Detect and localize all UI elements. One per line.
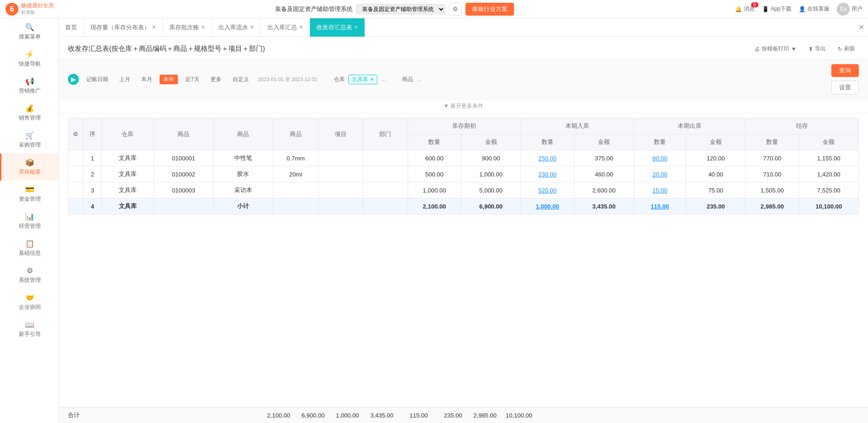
tab-close-inventory-dist[interactable]: ✕ bbox=[152, 24, 156, 30]
date-btn-more[interactable]: 更多 bbox=[207, 75, 225, 84]
settings-button[interactable]: 设置 bbox=[831, 81, 859, 94]
sidebar-label-guide: 新手引导 bbox=[19, 330, 41, 338]
row-out-qty-0[interactable]: 80.00 bbox=[634, 150, 686, 166]
logo-icon: 6 bbox=[6, 3, 18, 16]
sidebar-label-system: 系统管理 bbox=[19, 276, 41, 284]
row-out-amt-1: 40.00 bbox=[686, 166, 746, 182]
warehouse-tag[interactable]: 文具库 ✕ bbox=[348, 75, 377, 84]
refresh-icon: ↻ bbox=[838, 46, 842, 52]
date-btn-last-month[interactable]: 上月 bbox=[116, 75, 134, 84]
tab-batch[interactable]: 库存批次账 ✕ bbox=[163, 18, 212, 37]
row-balance-qty-2: 1,505.00 bbox=[746, 182, 799, 198]
filter-toggle[interactable]: ▶ bbox=[68, 74, 79, 85]
tab-close-batch[interactable]: ✕ bbox=[201, 24, 205, 30]
logo-text: 畅捷通好生意 bbox=[21, 2, 54, 10]
date-btn-this-month[interactable]: 本月 bbox=[138, 75, 156, 84]
inventory-icon: 📦 bbox=[25, 158, 34, 167]
warehouse-tag-close[interactable]: ✕ bbox=[370, 77, 374, 82]
user-avatar[interactable]: Ea 用户 bbox=[837, 3, 862, 16]
col-project-header: 项目 bbox=[318, 118, 363, 150]
col-settings[interactable]: ⚙ bbox=[68, 118, 83, 150]
row-code-2: 0100003 bbox=[154, 182, 213, 198]
col-opening-qty: 数量 bbox=[408, 134, 461, 150]
header-right: 🔔 消息 6 📱 App下载 👤 在线客服 Ea 用户 bbox=[735, 3, 862, 16]
total-balance-qty: 2,985.00 bbox=[467, 412, 501, 419]
warehouse-filter: 仓库 文具库 ✕ ... bbox=[334, 75, 386, 84]
col-dept-header: 部门 bbox=[363, 118, 408, 150]
tab-inventory-dist[interactable]: 现存量（库存分布表） ✕ bbox=[84, 18, 163, 37]
sidebar-item-finance[interactable]: 💳 资金管理 bbox=[0, 181, 58, 208]
tab-close-inout-summary[interactable]: ✕ bbox=[299, 24, 303, 30]
row-num-0: 1 bbox=[83, 150, 102, 166]
page-title: 收发存汇总表(按仓库＋商品编码＋商品＋规格型号＋项目＋部门) bbox=[68, 44, 265, 53]
sidebar-item-guide[interactable]: 📖 新手引导 bbox=[0, 316, 58, 343]
warehouse-more[interactable]: ... bbox=[381, 76, 386, 82]
row-balance-qty-0: 770.00 bbox=[746, 150, 799, 166]
sidebar-item-inventory[interactable]: 📦 库存核算 bbox=[0, 154, 58, 181]
row-in-qty-0[interactable]: 250.00 bbox=[521, 150, 574, 166]
sidebar-item-collab[interactable]: 🤝 企业协同 bbox=[0, 289, 58, 316]
subtotal-in-qty[interactable]: 1,000.00 bbox=[521, 198, 574, 214]
print-button[interactable]: 🖨 按模板打印 ▼ bbox=[751, 43, 800, 55]
subtotal-settings bbox=[68, 198, 83, 214]
date-range-display: 2023-01-01 至 2023-12-31 bbox=[258, 76, 318, 83]
tab-close-recv-send[interactable]: ✕ bbox=[354, 24, 358, 30]
tab-recv-send[interactable]: 收发存汇总表 ✕ bbox=[310, 18, 365, 37]
trial-button[interactable]: 体验行业方案 bbox=[465, 3, 514, 16]
sidebar-item-quick[interactable]: ⚡ 快捷导航 bbox=[0, 45, 58, 72]
sidebar-item-basic[interactable]: 📋 基础信息 bbox=[0, 235, 58, 262]
row-out-qty-2[interactable]: 15.00 bbox=[634, 182, 686, 198]
system-select[interactable]: 装备及固定资产辅助管理系统 bbox=[356, 4, 445, 14]
sidebar-item-system[interactable]: ⚙ 系统管理 bbox=[0, 262, 58, 289]
row-in-qty-1[interactable]: 230.00 bbox=[521, 166, 574, 182]
tab-inout-summary[interactable]: 出入库汇总 ✕ bbox=[261, 18, 310, 37]
purchase-icon: 🛒 bbox=[25, 131, 34, 140]
app-download-link[interactable]: 📱 App下载 bbox=[762, 5, 791, 13]
row-out-qty-1[interactable]: 20.00 bbox=[634, 166, 686, 182]
warehouse-label: 仓库 bbox=[334, 76, 345, 83]
system-name: 装备及固定资产辅助管理系统 bbox=[275, 5, 353, 13]
page-actions: 🖨 按模板打印 ▼ ⬆ 导出 ↻ 刷新 bbox=[751, 43, 859, 55]
gear-button[interactable]: ⚙ bbox=[449, 3, 462, 16]
total-out-qty: 115.00 bbox=[398, 412, 432, 419]
sidebar-item-marketing[interactable]: 📢 营销推广 bbox=[0, 72, 58, 99]
row-num-1: 2 bbox=[83, 166, 102, 182]
export-button[interactable]: ⬆ 导出 bbox=[805, 43, 829, 55]
notification-button[interactable]: 🔔 消息 6 bbox=[735, 5, 755, 13]
tab-bar: 首页 现存量（库存分布表） ✕ 库存批次账 ✕ 出入库流水 ✕ 出入库汇总 ✕ bbox=[59, 18, 868, 37]
chevron-down-icon: ▼ bbox=[791, 46, 796, 52]
online-service-link[interactable]: 👤 在线客服 bbox=[799, 5, 829, 13]
sidebar-item-sales[interactable]: 💰 销售管理 bbox=[0, 99, 58, 126]
date-btn-7days[interactable]: 近7天 bbox=[182, 75, 203, 84]
goods-more[interactable]: ... bbox=[417, 76, 421, 82]
notification-badge: 6 bbox=[751, 2, 758, 7]
footer-total: 合计 2,100.00 6,900.00 1,000.00 3,435.00 1… bbox=[59, 407, 868, 423]
date-btn-custom[interactable]: 自定义 bbox=[229, 75, 253, 84]
tab-home[interactable]: 首页 bbox=[59, 18, 84, 37]
col-balance-amt: 金额 bbox=[799, 134, 858, 150]
tab-close-inout-flow[interactable]: ✕ bbox=[250, 24, 254, 30]
main-layout: 🔍 搜索菜单 ⚡ 快捷导航 📢 营销推广 💰 销售管理 🛒 采购管理 📦 bbox=[0, 18, 868, 423]
refresh-button[interactable]: ↻ 刷新 bbox=[834, 43, 859, 55]
tab-inout-flow[interactable]: 出入库流水 ✕ bbox=[212, 18, 261, 37]
sales-icon: 💰 bbox=[25, 104, 34, 113]
col-opening-header: 库存期初 bbox=[408, 118, 520, 134]
row-in-qty-2[interactable]: 520.00 bbox=[521, 182, 574, 198]
total-out-amt: 235.00 bbox=[432, 412, 467, 419]
subtotal-out-qty[interactable]: 115.00 bbox=[634, 198, 686, 214]
col-balance-qty: 数量 bbox=[746, 134, 799, 150]
date-btn-this-year[interactable]: 本年 bbox=[160, 75, 178, 84]
sidebar-item-operation[interactable]: 📊 经营管理 bbox=[0, 208, 58, 235]
col-name-header: 商品 bbox=[213, 118, 273, 150]
expand-filter-button[interactable]: ▼ 展开更多条件 bbox=[443, 103, 483, 109]
col-opening-amt: 金额 bbox=[461, 134, 521, 150]
sidebar-item-purchase[interactable]: 🛒 采购管理 bbox=[0, 126, 58, 154]
col-in-amt: 金额 bbox=[574, 134, 634, 150]
subtotal-out-amt: 235.00 bbox=[686, 198, 746, 214]
goods-label: 商品 bbox=[402, 76, 413, 83]
basic-icon: 📋 bbox=[25, 239, 34, 248]
subtotal-num: 4 bbox=[83, 198, 102, 214]
query-button[interactable]: 查询 bbox=[831, 64, 859, 77]
sidebar-item-search[interactable]: 🔍 搜索菜单 bbox=[0, 18, 58, 45]
tab-bar-end[interactable]: ✕ bbox=[855, 23, 868, 32]
